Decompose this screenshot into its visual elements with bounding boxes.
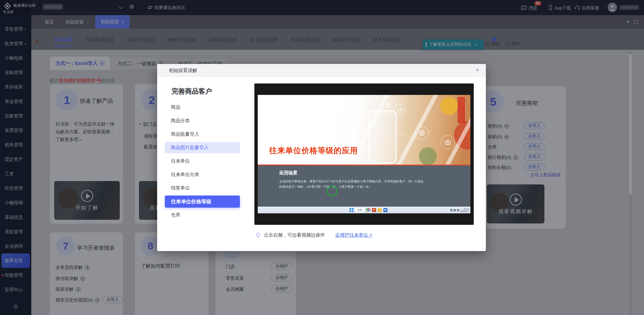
phone-outline <box>368 110 397 164</box>
menu-item-goods-category[interactable]: 商品分类 <box>165 115 240 127</box>
menu-item-partner-price-level[interactable]: 往来单位价格等级 <box>165 196 240 208</box>
menu-item-goods[interactable]: 商品 <box>165 102 240 113</box>
shelf-banner <box>458 97 465 123</box>
maintain-partner-link[interactable]: 去维护往来单位 > <box>335 232 372 238</box>
tutorial-slide: 往来单位价格等级的应用 应用场景 企业的客户群体众多，将客户划分为了VIP大客户… <box>258 95 470 213</box>
setup-guide-modal: 初始设置讲解 × 完善商品客户 商品 商品分类 商品批量导入 商品图片批量导入 … <box>157 64 486 251</box>
slide-photo: 往来单位价格等级的应用 <box>258 95 470 165</box>
taskbar-search: 搜索 <box>355 208 364 212</box>
menu-item-goods-batch-import[interactable]: 商品批量导入 <box>165 129 240 140</box>
scene-section: 应用场景 企业的客户群体众多，将客户划分为了VIP大客户以及普通的小客户两级分类… <box>258 166 470 207</box>
chrome-icon <box>366 208 370 212</box>
modal-menu-heading: 完善商品客户 <box>172 87 212 96</box>
menu-item-partner-category[interactable]: 往来单位分类 <box>165 169 240 180</box>
windows-taskbar: 搜索 P W 11:122022/7/1 <box>258 207 470 213</box>
menu-item-settlement-unit[interactable]: 结算单位 <box>165 182 240 194</box>
globe-icon <box>415 126 429 140</box>
factory-icon <box>394 104 406 116</box>
tray-icon <box>457 209 459 211</box>
taskbar-clock: 11:122022/7/1 <box>460 208 469 212</box>
camera-icon <box>441 135 455 149</box>
scene-text: 企业的客户群体众多，将客户划分为了VIP大客户以及普通的小客户两级分类，不同等级… <box>279 179 425 189</box>
modal-tip-row: 点击右侧，可边看视频边操作 去维护往来单位 > <box>255 232 372 238</box>
modal-close-icon[interactable]: × <box>475 67 479 74</box>
menu-item-partner[interactable]: 往来单位 <box>165 155 240 167</box>
lightbulb-icon <box>255 232 261 238</box>
folder-icon <box>378 208 382 212</box>
windows-start-icon <box>349 208 353 212</box>
tutorial-video-player[interactable]: 往来单位价格等级的应用 应用场景 企业的客户群体众多，将客户划分为了VIP大客户… <box>254 83 474 225</box>
taskbar-apps: 搜索 P W <box>349 208 387 212</box>
word-icon: W <box>383 208 387 212</box>
menu-item-goods-image-import[interactable]: 商品图片批量导入 <box>165 142 240 153</box>
slide-headline: 往来单位价格等级的应用 <box>269 145 358 156</box>
menu-item-warehouse[interactable]: 仓库 <box>165 209 240 221</box>
modal-title: 初始设置讲解 <box>169 68 197 74</box>
modal-title-bar: 初始设置讲解 × <box>157 64 486 77</box>
tray-icon <box>454 209 456 211</box>
app-window: 专业版 畅捷通好业财 ⚙ 我要看实例演示 消息 65 App下载 <box>0 0 644 315</box>
annotation-circle <box>327 186 337 197</box>
powerpoint-icon: P <box>372 208 376 212</box>
cart-icon <box>351 113 364 126</box>
taskbar-tray: 11:122022/7/1 <box>450 208 469 212</box>
tip-text: 点击右侧，可边看视频边操作 <box>264 232 325 238</box>
tray-icon <box>450 209 453 211</box>
scene-title: 应用场景 <box>279 170 297 176</box>
